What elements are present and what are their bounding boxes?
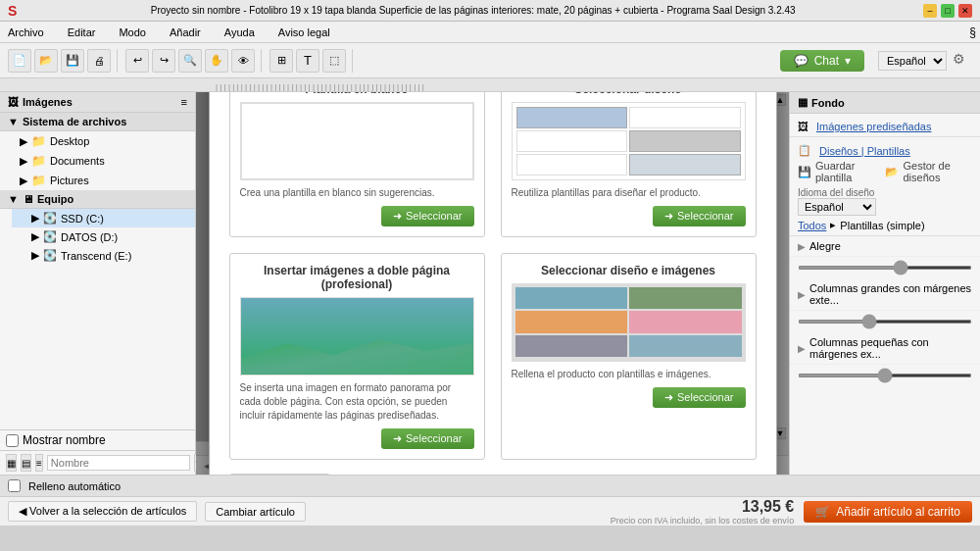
- cart-label: Añadir artículo al carrito: [836, 505, 960, 519]
- drive-datos[interactable]: ▶ 💽 DATOS (D:): [12, 227, 195, 246]
- price-note: Precio con IVA incluido, sin los costes …: [611, 516, 794, 526]
- shape-button[interactable]: ⬚: [322, 49, 346, 73]
- tpl-cell-4: [629, 130, 741, 152]
- arrow-icon: ➜: [664, 210, 673, 223]
- insert-double-title: Insertar imágenes a doble página (profes…: [240, 264, 474, 291]
- redo-button[interactable]: ↪: [152, 49, 175, 73]
- insert-double-preview-img: [240, 297, 474, 376]
- eye-button[interactable]: 👁: [231, 49, 255, 73]
- expand-arrow: ▶: [31, 230, 39, 243]
- select-design-images-card: Seleccionar diseño e imágenes: [501, 253, 757, 460]
- auto-fill-checkbox[interactable]: [8, 479, 21, 492]
- file-system-header[interactable]: ▼ Sistema de archivos: [0, 113, 195, 131]
- expand-arrow: ▶: [31, 212, 39, 225]
- collage-item-3: [515, 311, 628, 333]
- menubar: Archivo Editar Modo Añadir Ayuda Aviso l…: [0, 22, 980, 43]
- preset-images-link[interactable]: Imágenes prediseñadas: [816, 121, 931, 132]
- detail-view-btn[interactable]: ≡: [35, 454, 43, 472]
- drive-label: DATOS (D:): [61, 231, 118, 243]
- design-manager-label: Gestor de diseños: [903, 160, 972, 183]
- chat-button[interactable]: 💬 Chat ▾: [780, 50, 864, 72]
- language-selector[interactable]: Español: [878, 51, 947, 71]
- menu-anadir[interactable]: Añadir: [166, 25, 205, 40]
- images-label: Imágenes: [23, 96, 73, 108]
- columns-small-row[interactable]: ▶ Columnas pequeñas con márgenes ex...: [790, 332, 980, 365]
- close-modal-button[interactable]: ✕ Cerrar gestor: [229, 474, 331, 476]
- select-design-images-preview-img: [512, 283, 746, 362]
- columns-large-row[interactable]: ▶ Columnas grandes con márgenes exte...: [790, 278, 980, 311]
- simple-templates-label: Plantillas (simple): [840, 220, 924, 231]
- save-template-label: Guardar plantilla: [815, 160, 877, 183]
- new-button[interactable]: 📄: [8, 49, 31, 73]
- expand-icon: ▶: [798, 289, 806, 300]
- template-grid: Plantilla en blanco Crea una plantilla e…: [229, 92, 757, 460]
- equipo-header[interactable]: ▼ 🖥 Equipo: [0, 190, 195, 209]
- blank-white-preview: [241, 103, 473, 179]
- blank-preview-img: [240, 102, 474, 180]
- back-to-selection-button[interactable]: ◀ Volver a la selección de artículos: [8, 501, 197, 522]
- back-label: Volver a la selección de artículos: [29, 505, 186, 517]
- maximize-button[interactable]: □: [941, 4, 955, 18]
- show-name-checkbox[interactable]: [6, 434, 19, 447]
- undo-button[interactable]: ↩: [125, 49, 149, 73]
- hand-button[interactable]: ✋: [205, 49, 228, 73]
- slider2[interactable]: [798, 320, 972, 324]
- select-double-label: Seleccionar: [406, 432, 462, 444]
- menu-aviso[interactable]: Aviso legal: [274, 25, 334, 40]
- tree-item-pictures[interactable]: ▶ 📁 Pictures: [0, 171, 195, 190]
- tpl-cell-2: [629, 107, 741, 128]
- collage-item-1: [515, 287, 628, 310]
- tpl-cell-3: [516, 130, 628, 152]
- slider1[interactable]: [798, 266, 972, 270]
- open-button[interactable]: 📂: [34, 49, 58, 73]
- design-manager-btn[interactable]: 📂 Gestor de diseños: [885, 160, 972, 183]
- design-lang-select[interactable]: Español: [798, 198, 876, 216]
- text-button[interactable]: T: [296, 49, 319, 73]
- footer: ◀ Volver a la selección de artículos Cam…: [0, 496, 980, 526]
- folder-icon: 📁: [31, 174, 46, 187]
- equipo-label: Equipo: [37, 193, 74, 205]
- tree-item-desktop[interactable]: ▶ 📁 Desktop: [0, 131, 195, 151]
- select-blank-button[interactable]: ➜ Seleccionar: [381, 206, 473, 226]
- menu-editar[interactable]: Editar: [64, 25, 100, 40]
- menu-archivo[interactable]: Archivo: [4, 25, 48, 40]
- menu-ayuda[interactable]: Ayuda: [220, 25, 259, 40]
- select-design-button[interactable]: ➜ Seleccionar: [653, 206, 745, 226]
- select-double-button[interactable]: ➜ Seleccionar: [381, 428, 473, 449]
- change-article-button[interactable]: Cambiar artículo: [205, 502, 306, 522]
- panel-menu-icon[interactable]: ≡: [181, 96, 187, 108]
- select-design-images-button[interactable]: ➜ Seleccionar: [653, 387, 745, 408]
- add-to-cart-button[interactable]: 🛒 Añadir artículo al carrito: [804, 501, 972, 523]
- zoom-button[interactable]: 🔍: [178, 49, 202, 73]
- drive-transcend[interactable]: ▶ 💽 Transcend (E:): [12, 246, 195, 265]
- minimize-button[interactable]: –: [923, 4, 937, 18]
- background-label: Fondo: [811, 97, 845, 109]
- file-system-label: Sistema de archivos: [23, 116, 126, 127]
- slider1-wrap: [790, 257, 980, 278]
- chat-label: Chat: [814, 54, 839, 68]
- drive-ssd[interactable]: ▶ 💽 SSD (C:): [12, 209, 195, 227]
- price-info: 13,95 € Precio con IVA incluido, sin los…: [611, 498, 794, 526]
- grid-view-btn[interactable]: ▦: [6, 454, 17, 472]
- select-design-card: Seleccionar diseño Reutiliza p: [501, 92, 757, 237]
- menu-modo[interactable]: Modo: [115, 25, 150, 40]
- list-view-btn[interactable]: ▤: [21, 454, 31, 472]
- tree-item-documents[interactable]: ▶ 📁 Documents: [0, 151, 195, 171]
- toolbar: 📄 📂 💾 🖨 ↩ ↪ 🔍 ✋ 👁 ⊞ T ⬚ 💬 Chat ▾ Español…: [0, 43, 980, 78]
- collage-item-6: [629, 335, 742, 358]
- print-button[interactable]: 🖨: [87, 49, 111, 73]
- close-button[interactable]: ✕: [958, 4, 972, 18]
- save-template-btn[interactable]: 💾 Guardar plantilla: [798, 160, 877, 183]
- save-button[interactable]: 💾: [61, 49, 84, 73]
- alegre-row[interactable]: ▶ Alegre: [790, 236, 980, 257]
- name-filter-input[interactable]: [47, 455, 190, 471]
- settings-button[interactable]: ⚙: [953, 51, 972, 71]
- images-panel-header: 🖼 Imágenes ≡: [0, 92, 195, 113]
- item-label: Pictures: [50, 175, 89, 186]
- crop-button[interactable]: ⊞: [270, 49, 293, 73]
- all-filter-link[interactable]: Todos: [798, 220, 826, 231]
- expand-arrow: ▶: [31, 249, 39, 262]
- slider3[interactable]: [798, 374, 972, 377]
- blank-footer: ➜ Seleccionar: [240, 206, 474, 226]
- designs-link[interactable]: Diseños | Plantillas: [819, 145, 910, 157]
